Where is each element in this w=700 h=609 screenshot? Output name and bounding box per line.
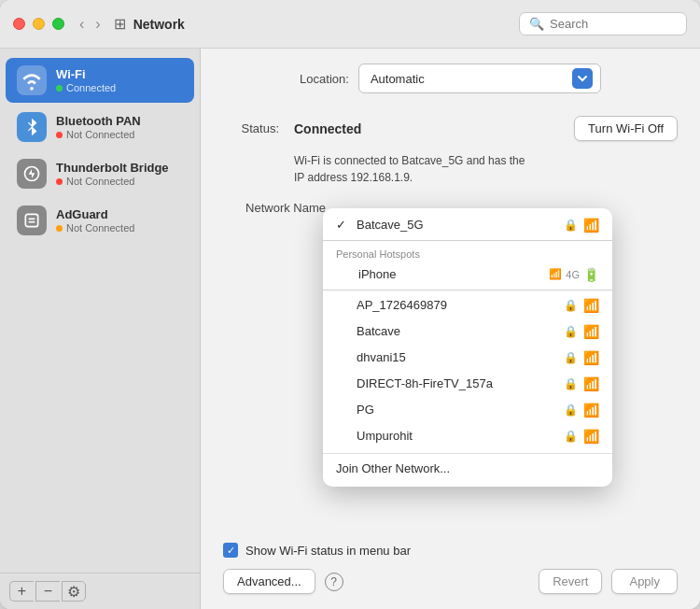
wifi-sidebar-status: Connected xyxy=(56,82,183,93)
checkmark-icon: ✓ xyxy=(336,218,351,232)
close-button[interactable] xyxy=(13,18,25,30)
location-arrow-icon xyxy=(572,68,593,89)
lock-icon-2: 🔒 xyxy=(564,325,578,338)
sidebar-item-adguard[interactable]: AdGuard Not Connected xyxy=(6,198,194,243)
thunderbolt-name: Thunderbolt Bridge xyxy=(56,161,183,175)
svg-rect-3 xyxy=(29,221,35,223)
network-actions-button[interactable]: ⚙ xyxy=(62,581,86,602)
network-dropdown: ✓ Batcave_5G 🔒 📶 Personal Hotspots iPhon… xyxy=(323,208,612,487)
network-name-5: Umpurohit xyxy=(357,429,558,443)
lock-icon-5: 🔒 xyxy=(564,404,578,417)
connected-network-name: Batcave_5G xyxy=(357,218,558,232)
wifi-icon-5: 📶 xyxy=(583,403,599,418)
remove-network-button[interactable]: − xyxy=(35,581,60,602)
network-name-row: Network Name ✓ Batcave_5G 🔒 📶 xyxy=(223,201,678,215)
network-item-2[interactable]: dhvani15 🔒 📶 xyxy=(323,345,612,371)
thunderbolt-status: Not Connected xyxy=(56,176,183,187)
apply-button[interactable]: Apply xyxy=(611,569,678,594)
show-wifi-checkbox[interactable]: ✓ xyxy=(223,543,238,558)
advanced-button[interactable]: Advanced... xyxy=(223,569,315,594)
titlebar: ‹ › ⊞ Network 🔍 xyxy=(0,0,700,49)
divider-2 xyxy=(323,290,612,290)
battery-icon: 🔋 xyxy=(583,267,599,282)
wifi-icon-4: 📶 xyxy=(583,376,599,391)
minimize-button[interactable] xyxy=(33,18,45,30)
iphone-hotspot-name: iPhone xyxy=(358,267,541,281)
adguard-icon xyxy=(17,205,47,235)
show-wifi-label: Show Wi-Fi status in menu bar xyxy=(245,544,411,558)
hotspot-type: 4G xyxy=(566,269,580,280)
divider-1 xyxy=(323,240,612,241)
sidebar-item-bluetooth-pan[interactable]: Bluetooth PAN Not Connected xyxy=(6,105,194,149)
location-row: Location: Automatic xyxy=(223,64,678,93)
network-item-5[interactable]: Umpurohit 🔒 📶 xyxy=(323,423,612,449)
adguard-status: Not Connected xyxy=(56,222,183,234)
svg-rect-1 xyxy=(25,214,37,226)
wifi-icon-3: 📶 xyxy=(583,350,599,365)
hotspot-signal: 📶 4G 🔋 xyxy=(549,267,599,282)
sidebar-item-wifi[interactable]: Wi-Fi Connected xyxy=(6,58,194,103)
lock-icon-4: 🔒 xyxy=(564,377,578,390)
search-input[interactable] xyxy=(550,17,677,31)
wifi-status-dot xyxy=(56,85,63,92)
window-title: Network xyxy=(133,17,519,32)
location-value: Automatic xyxy=(371,72,572,86)
bluetooth-pan-name: Bluetooth PAN xyxy=(56,114,183,128)
lock-icon-0: 🔒 xyxy=(564,219,578,232)
sidebar: Wi-Fi Connected Blue xyxy=(0,49,201,609)
iphone-hotspot-item[interactable]: iPhone 📶 4G 🔋 xyxy=(323,262,612,288)
network-name-1: Batcave xyxy=(357,324,558,338)
connected-network-item[interactable]: ✓ Batcave_5G 🔒 📶 xyxy=(323,212,612,238)
sidebar-item-thunderbolt[interactable]: Thunderbolt Bridge Not Connected xyxy=(6,151,194,196)
status-description: Wi-Fi is connected to Batcave_5G and has… xyxy=(294,152,678,186)
maximize-button[interactable] xyxy=(52,18,64,30)
thunderbolt-icon xyxy=(17,159,47,189)
bluetooth-pan-dot xyxy=(56,132,63,138)
location-label: Location: xyxy=(300,72,349,86)
network-item-3[interactable]: DIRECT-8h-FireTV_157a 🔒 📶 xyxy=(323,371,612,397)
content-area: Wi-Fi Connected Blue xyxy=(0,49,700,609)
adguard-dot xyxy=(56,225,63,232)
status-label: Status: xyxy=(223,121,279,135)
network-name-0: AP_1726469879 xyxy=(357,298,558,312)
back-button[interactable]: ‹ xyxy=(76,14,88,35)
status-value: Connected xyxy=(294,121,559,136)
join-other-network-item[interactable]: Join Other Network... xyxy=(323,453,612,483)
sidebar-list: Wi-Fi Connected Blue xyxy=(0,49,200,573)
bottom-area: ✓ Show Wi-Fi status in menu bar Advanced… xyxy=(223,543,678,594)
traffic-lights xyxy=(13,18,64,30)
wifi-status-text: Connected xyxy=(66,82,116,93)
network-item-4[interactable]: PG 🔒 📶 xyxy=(323,397,612,423)
thunderbolt-text: Thunderbolt Bridge Not Connected xyxy=(56,161,183,187)
bluetooth-pan-text: Bluetooth PAN Not Connected xyxy=(56,114,183,140)
location-select[interactable]: Automatic xyxy=(358,64,601,93)
adguard-text: AdGuard Not Connected xyxy=(56,207,183,234)
nav-arrows: ‹ › xyxy=(76,14,105,35)
adguard-status-text: Not Connected xyxy=(66,222,134,234)
join-other-label: Join Other Network... xyxy=(336,461,450,475)
forward-button[interactable]: › xyxy=(91,14,104,35)
svg-rect-2 xyxy=(29,219,35,220)
search-box[interactable]: 🔍 xyxy=(519,12,687,35)
network-name-2: dhvani15 xyxy=(357,350,558,364)
revert-button[interactable]: Revert xyxy=(539,569,602,594)
network-item-0[interactable]: AP_1726469879 🔒 📶 xyxy=(323,292,612,319)
main-panel: Location: Automatic Status: Connected Tu… xyxy=(201,49,700,609)
add-network-button[interactable]: + xyxy=(9,581,34,602)
wifi-sidebar-name: Wi-Fi xyxy=(56,67,183,81)
help-button[interactable]: ? xyxy=(325,573,343,591)
bluetooth-pan-status: Not Connected xyxy=(56,129,183,140)
thunderbolt-status-text: Not Connected xyxy=(66,176,134,187)
status-row: Status: Connected Turn Wi-Fi Off xyxy=(223,116,678,141)
bluetooth-icon xyxy=(17,112,47,142)
lock-icon-3: 🔒 xyxy=(564,351,578,364)
lock-icon-6: 🔒 xyxy=(564,430,578,443)
wifi-icon-2: 📶 xyxy=(583,324,599,339)
buttons-row: Advanced... ? Revert Apply xyxy=(223,569,678,594)
wifi-icon-1: 📶 xyxy=(583,298,599,313)
turn-wifi-button[interactable]: Turn Wi-Fi Off xyxy=(574,116,678,141)
network-item-1[interactable]: Batcave 🔒 📶 xyxy=(323,319,612,345)
lock-icon-1: 🔒 xyxy=(564,299,578,312)
hotspots-section-header: Personal Hotspots xyxy=(323,243,612,262)
grid-icon: ⊞ xyxy=(114,15,126,33)
